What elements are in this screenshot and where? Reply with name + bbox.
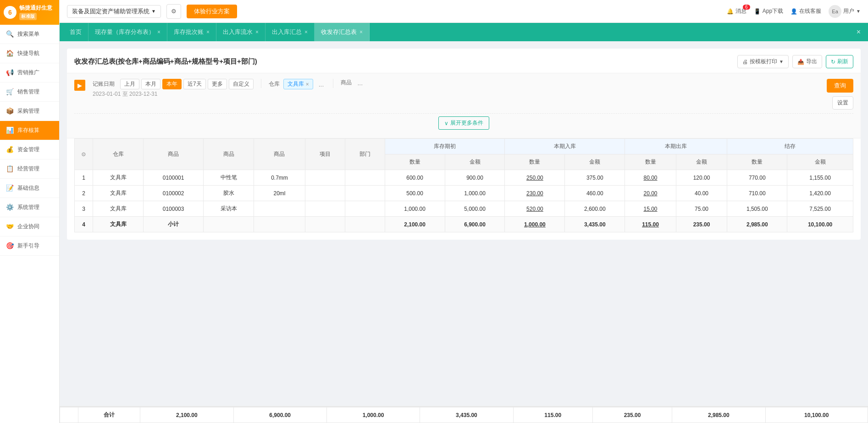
page-card: 收发存汇总表(按仓库+商品编码+商品+规格型号+项目+部门) 🖨 按模板打印 ▼… xyxy=(67,49,861,240)
notifications-button[interactable]: 🔔 消息 6 xyxy=(727,7,746,15)
outbound-qty-link[interactable]: 115.00 xyxy=(642,221,659,228)
sidebar-item-sales[interactable]: 🛒 销售管理 xyxy=(0,82,59,102)
filter-toggle-button[interactable]: ▶ xyxy=(74,80,85,91)
row-close-qty: 710.00 xyxy=(727,186,787,201)
date-btn-more[interactable]: 更多 xyxy=(208,79,227,89)
sidebar-item-label: 资金管理 xyxy=(17,146,39,154)
col-inbound-qty: 数量 xyxy=(505,154,565,170)
inbound-qty-link[interactable]: 230.00 xyxy=(526,190,543,197)
date-filter-group: 记账日期 上月 本月 本年 近7天 更多 自定义 2023 xyxy=(93,79,254,98)
warehouse-tag-close[interactable]: × xyxy=(306,81,309,88)
header-right: 🔔 消息 6 📱 App下载 👤 在线客服 Ea 用户 ▼ xyxy=(727,5,861,18)
sidebar-item-enterprise[interactable]: 🤝 企业协同 xyxy=(0,217,59,236)
row-out-qty: 20.00 xyxy=(625,186,676,201)
row-close-amt: 1,155.00 xyxy=(787,170,853,186)
outbound-qty-link[interactable]: 80.00 xyxy=(643,175,657,181)
row-department xyxy=(345,186,385,201)
user-menu-button[interactable]: Ea 用户 ▼ xyxy=(829,5,861,18)
title-actions: 🖨 按模板打印 ▼ 📤 导出 ↻ 刷新 xyxy=(737,55,853,68)
avatar: Ea xyxy=(829,5,841,18)
sidebar-item-inventory[interactable]: 📊 库存核算 xyxy=(0,121,59,140)
app-download-button[interactable]: 📱 App下载 xyxy=(754,7,783,15)
export-button[interactable]: 📤 导出 xyxy=(792,55,822,68)
tab-batch-ledger[interactable]: 库存批次账 × xyxy=(167,23,216,41)
date-btn-thismonth[interactable]: 本月 xyxy=(141,79,160,89)
row-in-amt: 2,600.00 xyxy=(565,201,625,217)
sidebar-item-label: 营销推广 xyxy=(17,69,39,77)
warehouse-more-button[interactable]: ... xyxy=(317,81,326,88)
online-service-button[interactable]: 👤 在线客服 xyxy=(791,7,821,15)
enterprise-icon: 🤝 xyxy=(6,223,14,230)
footer-open-qty: 2,100.00 xyxy=(140,407,233,423)
col-closing-header: 结存 xyxy=(727,139,853,154)
expand-more-button[interactable]: ∨ 展开更多条件 xyxy=(438,116,489,130)
sidebar-item-marketing[interactable]: 📢 营销推广 xyxy=(0,63,59,82)
row-code: 0100001 xyxy=(144,170,204,186)
row-warehouse: 文具库 xyxy=(93,186,144,201)
sidebar-item-system[interactable]: ⚙️ 系统管理 xyxy=(0,198,59,217)
date-btn-7days[interactable]: 近7天 xyxy=(183,79,206,89)
warehouse-filter-label: 仓库 xyxy=(269,80,280,88)
footer-total-row: 合计 2,100.00 6,900.00 1,000.00 3,435.00 1… xyxy=(60,407,868,423)
row-spec xyxy=(254,217,305,232)
tab-bar-close-button[interactable]: × xyxy=(853,28,864,36)
tab-home-label: 首页 xyxy=(70,28,82,36)
goods-more-button[interactable]: ... xyxy=(355,79,365,87)
sidebar-item-operations[interactable]: 📋 经营管理 xyxy=(0,159,59,179)
app-subtitle: 标准版 xyxy=(19,13,37,20)
user-label: 用户 xyxy=(843,7,854,15)
system-title-selector[interactable]: 装备及固定资产辅助管理系统 ▼ xyxy=(67,5,161,18)
filter-divider xyxy=(261,79,261,88)
tab-close-icon[interactable]: × xyxy=(255,29,259,35)
setting-button[interactable]: 设置 xyxy=(832,96,853,110)
chevron-down-icon: ▼ xyxy=(151,9,156,14)
outbound-qty-link[interactable]: 15.00 xyxy=(643,206,657,212)
warehouse-tag-label: 文具库 xyxy=(287,80,304,88)
tab-collect-summary[interactable]: 收发存汇总表 × xyxy=(315,23,370,41)
row-no: 4 xyxy=(75,217,93,232)
row-code: 0100002 xyxy=(144,186,204,201)
sidebar-item-quicknav[interactable]: 🏠 快捷导航 xyxy=(0,44,59,63)
row-in-qty: 250.00 xyxy=(505,170,565,186)
row-no: 3 xyxy=(75,201,93,217)
inbound-qty-link[interactable]: 520.00 xyxy=(526,206,543,212)
date-btn-lastmonth[interactable]: 上月 xyxy=(120,79,139,89)
inventory-icon: 📊 xyxy=(6,126,14,134)
date-btn-thisyear[interactable]: 本年 xyxy=(162,79,182,89)
tab-bar: 首页 现存量（库存分布表） × 库存批次账 × 出入库流水 × 出入库汇总 × … xyxy=(60,23,868,41)
tab-close-icon[interactable]: × xyxy=(206,29,210,35)
date-filter-label: 记账日期 xyxy=(93,80,115,88)
sidebar-item-purchase[interactable]: 📦 采购管理 xyxy=(0,102,59,121)
sidebar-item-label: 新手引导 xyxy=(17,242,39,250)
print-button[interactable]: 🖨 按模板打印 ▼ xyxy=(737,55,789,68)
settings-col-icon[interactable]: ⚙ xyxy=(81,151,86,158)
settings-button[interactable]: ⚙ xyxy=(166,4,181,19)
date-btn-custom[interactable]: 自定义 xyxy=(229,79,254,89)
try-industry-button[interactable]: 体验行业方案 xyxy=(187,5,237,18)
tab-inout-flow[interactable]: 出入库流水 × xyxy=(216,23,265,41)
tab-inout-flow-label: 出入库流水 xyxy=(223,28,253,36)
sidebar-item-finance[interactable]: 💰 资金管理 xyxy=(0,140,59,159)
footer-in-qty: 1,000.00 xyxy=(326,407,420,423)
query-button[interactable]: 查询 xyxy=(827,79,853,93)
sidebar-item-basic[interactable]: 📝 基础信息 xyxy=(0,179,59,198)
filter-bar: ▶ 记账日期 上月 本月 本年 近7天 更多 xyxy=(67,73,861,138)
tab-inventory-dist[interactable]: 现存量（库存分布表） × xyxy=(88,23,167,41)
sidebar-item-search[interactable]: 🔍 搜索菜单 xyxy=(0,25,59,44)
tab-close-icon[interactable]: × xyxy=(157,29,160,35)
top-header: 装备及固定资产辅助管理系统 ▼ ⚙ 体验行业方案 🔔 消息 6 📱 App下载 … xyxy=(60,0,868,23)
printer-icon: 🖨 xyxy=(742,59,748,65)
inbound-qty-link[interactable]: 250.00 xyxy=(526,175,543,181)
row-code: 0100003 xyxy=(144,201,204,217)
tab-close-icon[interactable]: × xyxy=(359,29,363,35)
tab-inout-summary[interactable]: 出入库汇总 × xyxy=(265,23,315,41)
print-label: 按模板打印 xyxy=(750,58,777,66)
row-open-amt: 6,900.00 xyxy=(445,217,505,232)
tab-close-icon[interactable]: × xyxy=(304,29,308,35)
outbound-qty-link[interactable]: 20.00 xyxy=(643,190,657,197)
tab-home[interactable]: 首页 xyxy=(63,23,88,41)
sidebar-header: 6 畅捷通好生意 标准版 xyxy=(0,0,59,25)
inbound-qty-link[interactable]: 1,000.00 xyxy=(524,221,546,228)
sidebar-item-guide[interactable]: 🎯 新手引导 xyxy=(0,236,59,256)
refresh-button[interactable]: ↻ 刷新 xyxy=(826,55,853,68)
